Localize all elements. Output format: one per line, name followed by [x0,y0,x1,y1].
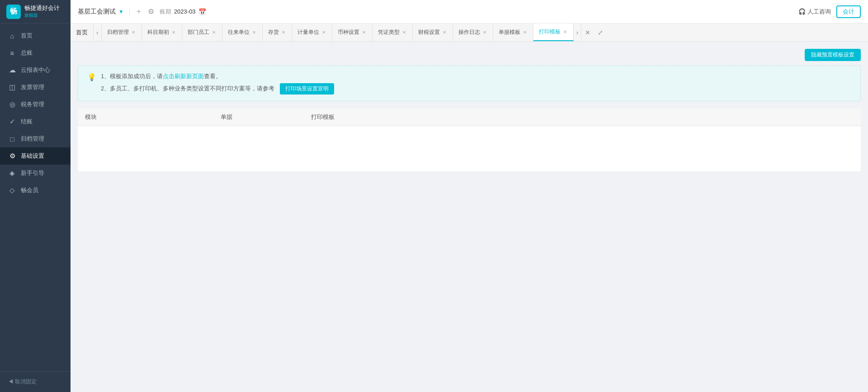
period-info: 账期 2023-03 📅 [160,8,206,16]
notice-lines: 1、模板添加成功后，请点击刷新新页面查看。 2、多员工、多打印机、多种业务类型设… [101,72,334,94]
sidebar-item-archive[interactable]: □ 归档管理 [0,130,71,147]
table-header: 模块 单据 打印模板 [78,109,861,126]
calendar-icon[interactable]: 📅 [198,8,206,15]
notice-line1-prefix: 1、模板添加成功后，请 [101,73,163,80]
customer-service-label: 人工咨询 [807,8,831,16]
sidebar-item-settle[interactable]: ✓ 结账 [0,113,71,130]
tab-label-voucher-template: 单据模板 [499,28,520,36]
app-logo: 畅 畅捷通好会计 旗舰版 [0,0,71,24]
archive-icon: □ [8,135,16,143]
sidebar-item-basic[interactable]: ⚙ 基础设置 [0,147,71,165]
header-right: 🎧 人工咨询 会计 [798,5,861,18]
tab-close-voucher-template[interactable]: ✕ [522,29,528,35]
tab-close-currency[interactable]: ✕ [361,29,367,35]
table-body [78,126,861,171]
notice-line-1: 1、模板添加成功后，请点击刷新新页面查看。 [101,72,334,80]
unpin-label: ◀ 取消固定 [8,378,37,386]
tab-close-tax-settings[interactable]: ✕ [442,29,447,35]
headset-icon: 🎧 [798,8,806,15]
notice-line-2: 2、多员工、多打印机、多种业务类型设置不同打印方案等，请参考 打印场景设置宣明 [101,83,334,94]
main-area: 基层工会测试 ▼ ＋ ⚙ 账期 2023-03 📅 🎧 人工咨询 会计 首页 ‹… [71,0,868,392]
sidebar-item-member[interactable]: ◇ 畅会员 [0,182,71,199]
tab-close-unit[interactable]: ✕ [321,29,326,35]
tab-label-home: 首页 [76,28,88,37]
tab-close-archive[interactable]: ✕ [131,29,136,35]
sidebar-nav: ⌂ 首页 ≡ 总账 ☁ 云报表中心 ◫ 发票管理 ◎ 税务管理 ✓ 结账 □ 归… [0,24,71,371]
tab-department[interactable]: 部门员工 ✕ [182,24,222,41]
customer-service-button[interactable]: 🎧 人工咨询 [798,8,831,16]
notice-line1-suffix: 查看。 [204,73,222,80]
notice-refresh-link[interactable]: 点击刷新新页面 [163,73,204,80]
tab-partner[interactable]: 往来单位 ✕ [222,24,263,41]
print-scene-button[interactable]: 打印场景设置宣明 [280,83,334,94]
company-name: 基层工会测试 [78,8,116,16]
tab-label-partner: 往来单位 [228,28,250,36]
tab-close-inventory[interactable]: ✕ [281,29,286,35]
tab-scroll-left[interactable]: ‹ [94,24,102,41]
hide-template-area: 隐藏预置模板设置 [78,49,861,61]
reports-icon: ☁ [8,66,16,74]
logo-icon: 畅 [6,5,21,19]
tab-voucher-type[interactable]: 凭证类型 ✕ [373,24,413,41]
header-divider-1 [129,7,130,16]
tax-icon: ◎ [8,100,16,109]
sidebar-label-member: 畅会员 [21,186,38,194]
unpin-button[interactable]: ◀ 取消固定 [0,371,71,392]
sidebar-label-archive: 归档管理 [21,135,44,143]
tab-close-partner[interactable]: ✕ [251,29,257,35]
col-header-voucher: 单据 [213,113,304,121]
sidebar-label-ledger: 总账 [21,49,33,57]
tab-archive[interactable]: 归档管理 ✕ [102,24,142,41]
account-button[interactable]: 会计 [836,5,861,18]
tab-unit[interactable]: 计量单位 ✕ [292,24,332,41]
tab-close-operation-log[interactable]: ✕ [482,29,487,35]
tab-label-operation-log: 操作日志 [458,28,480,36]
ledger-icon: ≡ [8,49,16,57]
sidebar-label-tax: 税务管理 [21,100,44,109]
sidebar-item-home[interactable]: ⌂ 首页 [0,27,71,44]
sidebar-label-basic: 基础设置 [21,152,44,160]
notice-bulb-icon: 💡 [87,73,96,81]
tab-print-template[interactable]: 打印模板 ✕ [533,24,574,41]
tab-label-archive: 归档管理 [107,28,129,36]
basic-icon: ⚙ [8,152,16,160]
sidebar-item-guide[interactable]: ◈ 新手引导 [0,165,71,182]
app-subtitle: 旗舰版 [24,12,60,19]
notice-line2-prefix: 2、多员工、多打印机、多种业务类型设置不同打印方案等，请参考 [101,85,274,92]
tab-label-voucher-type: 凭证类型 [378,28,400,36]
tab-close-print-template[interactable]: ✕ [562,29,568,35]
tab-home[interactable]: 首页 [71,24,94,41]
tab-period[interactable]: 科目期初 ✕ [142,24,182,41]
invoice-icon: ◫ [8,83,16,91]
tab-close-voucher-type[interactable]: ✕ [401,29,407,35]
settings-button[interactable]: ⚙ [148,7,154,16]
tab-voucher-template[interactable]: 单据模板 ✕ [493,24,533,41]
period-label: 账期 [160,8,171,16]
guide-icon: ◈ [8,169,16,177]
member-icon: ◇ [8,186,16,194]
sidebar-item-reports[interactable]: ☁ 云报表中心 [0,61,71,79]
period-value: 2023-03 [174,8,196,15]
tab-label-currency: 币种设置 [338,28,359,36]
tab-scroll-right[interactable]: › [574,24,582,41]
settle-icon: ✓ [8,118,16,126]
tab-close-department[interactable]: ✕ [211,29,217,35]
tab-expand-button[interactable]: ⤢ [594,24,607,41]
tab-close-all-button[interactable]: ✕ [581,24,594,41]
add-tab-button[interactable]: ＋ [135,7,142,16]
tab-close-period[interactable]: ✕ [171,29,176,35]
hide-template-button[interactable]: 隐藏预置模板设置 [805,49,861,61]
sidebar-label-settle: 结账 [21,118,33,126]
tab-label-tax-settings: 财税设置 [418,28,440,36]
sidebar-item-ledger[interactable]: ≡ 总账 [0,44,71,61]
tab-label-department: 部门员工 [188,28,209,36]
tab-tax-settings[interactable]: 财税设置 ✕ [413,24,453,41]
tab-inventory[interactable]: 存货 ✕ [263,24,292,41]
sidebar-item-invoice[interactable]: ◫ 发票管理 [0,79,71,96]
tab-operation-log[interactable]: 操作日志 ✕ [453,24,493,41]
sidebar-item-tax[interactable]: ◎ 税务管理 [0,96,71,113]
col-header-module: 模块 [78,113,213,121]
company-selector[interactable]: 基层工会测试 ▼ [78,8,124,16]
company-dropdown-icon: ▼ [118,9,124,15]
tab-currency[interactable]: 币种设置 ✕ [332,24,373,41]
